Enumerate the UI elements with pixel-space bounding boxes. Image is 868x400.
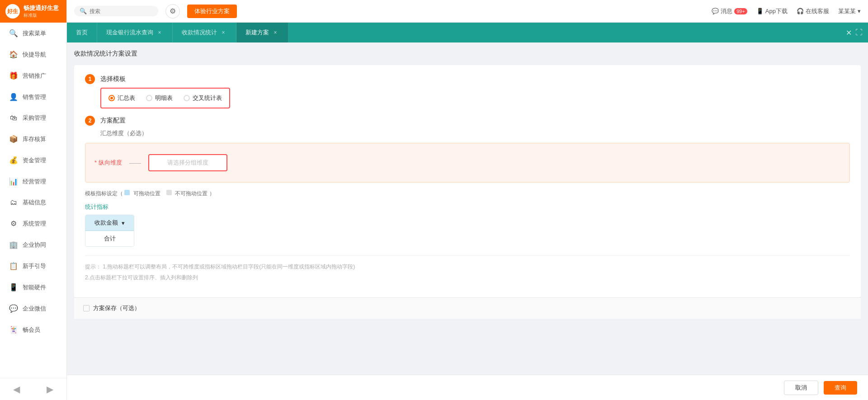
sidebar-item-member[interactable]: 🃏畅会员 xyxy=(0,319,66,340)
template-options: 汇总表 明细表 交叉统计表 xyxy=(100,88,230,108)
service-label: 在线客服 xyxy=(806,7,829,15)
radio-summary[interactable]: 汇总表 xyxy=(108,94,135,102)
industry-button[interactable]: 体验行业方案 xyxy=(187,5,237,18)
tab-new[interactable]: 新建方案 × xyxy=(236,23,288,42)
tab-new-label: 新建方案 xyxy=(245,28,269,37)
basic-icon: 🗂 xyxy=(9,198,18,207)
sidebar-item-label-hardware: 智能硬件 xyxy=(23,283,46,292)
download-item[interactable]: 📱 App下载 xyxy=(756,7,788,15)
tab-bar: 首页 现金银行流水查询 × 收款情况统计 × 新建方案 × ✕ ⛶ xyxy=(67,23,868,42)
sidebar-item-label-basic: 基础信息 xyxy=(23,198,46,207)
sidebar-item-hardware[interactable]: 📱智能硬件 xyxy=(0,277,66,298)
tips-line1: 提示： 1.拖动标题栏可以调整布局，不可跨维度或指标区域拖动栏目字段(只能在同一… xyxy=(85,261,850,272)
purchase-icon: 🛍 xyxy=(9,114,18,122)
finance-icon: 💰 xyxy=(9,156,18,165)
tabs-controls: ✕ ⛶ xyxy=(840,23,868,42)
save-label: 方案保存（可选） xyxy=(93,304,140,312)
radio-summary-label: 汇总表 xyxy=(118,94,135,102)
sidebar-item-marketing[interactable]: 🎁营销推广 xyxy=(0,65,66,86)
tab-bank-close[interactable]: × xyxy=(156,29,163,36)
message-item[interactable]: 💬 消息 99+ xyxy=(712,7,747,15)
logo-badge: 标准版 xyxy=(24,12,59,19)
indicator-header-text: 收款金额 xyxy=(94,219,118,227)
wechat-icon: 💬 xyxy=(9,304,18,313)
save-checkbox[interactable] xyxy=(83,305,90,311)
indicator-header[interactable]: 收款金额 ▾ xyxy=(85,215,134,231)
chevron-down-indicator-icon[interactable]: ▾ xyxy=(122,220,125,226)
content-area: 收款情况统计方案设置 1 选择模板 汇总表 明细表 交叉统计表 xyxy=(67,42,868,375)
system-icon: ⚙ xyxy=(9,219,18,228)
sidebar-item-label-finance: 资金管理 xyxy=(23,156,46,165)
sidebar-item-nav[interactable]: 🏠快捷导航 xyxy=(0,44,66,65)
sidebar-item-label-guide: 新手引导 xyxy=(23,262,46,270)
step1-label: 选择模板 xyxy=(100,75,126,83)
sidebar-item-inventory[interactable]: 📦库存核算 xyxy=(0,128,66,150)
sidebar-item-wechat[interactable]: 💬企业微信 xyxy=(0,298,66,319)
step1-row: 1 选择模板 xyxy=(85,74,850,84)
tab-receipt[interactable]: 收款情况统计 × xyxy=(173,23,236,42)
tab-close-all-icon[interactable]: ✕ xyxy=(846,28,852,37)
tab-receipt-close[interactable]: × xyxy=(220,29,227,36)
radio-cross[interactable]: 交叉统计表 xyxy=(184,94,222,102)
sidebar-item-operation[interactable]: 📊经营管理 xyxy=(0,171,66,192)
sidebar-item-sales[interactable]: 👤销售管理 xyxy=(0,86,66,108)
indicator-title: 统计指标 xyxy=(85,203,850,211)
search-icon: 🔍 xyxy=(9,29,18,38)
sidebar-item-finance[interactable]: 💰资金管理 xyxy=(0,150,66,171)
search-input[interactable] xyxy=(90,8,153,14)
indicator-legend: 模板指标设定（ 可拖动位置 不可拖动位置 ） xyxy=(85,190,850,198)
header: 🔍 ⚙ 体验行业方案 💬 消息 99+ 📱 App下载 🎧 在线客服 某某某 xyxy=(67,0,868,23)
message-badge: 99+ xyxy=(734,8,747,14)
radio-summary-dot[interactable] xyxy=(108,95,115,101)
member-icon: 🃏 xyxy=(9,325,18,334)
download-icon: 📱 xyxy=(756,8,764,14)
main-card: 1 选择模板 汇总表 明细表 交叉统计表 2 xyxy=(74,65,861,297)
main-area: 🔍 ⚙ 体验行业方案 💬 消息 99+ 📱 App下载 🎧 在线客服 某某某 xyxy=(67,0,868,400)
inventory-icon: 📦 xyxy=(9,135,18,143)
sidebar-item-label-member: 畅会员 xyxy=(23,326,40,334)
sales-icon: 👤 xyxy=(9,93,18,101)
fixed-legend-label: 不可拖动位置 xyxy=(175,190,208,197)
dimension-row: * 纵向维度 —— 请选择分组维度 xyxy=(94,154,840,171)
user-item[interactable]: 某某某 ▾ xyxy=(838,7,861,15)
message-label: 消息 xyxy=(721,7,732,15)
fixed-legend-dot xyxy=(166,190,172,195)
logo-icon: 好生 xyxy=(5,4,20,19)
dimension-selector[interactable]: 请选择分组维度 xyxy=(148,154,227,171)
header-left: 🔍 ⚙ 体验行业方案 xyxy=(74,4,237,19)
sidebar-item-corp[interactable]: 🏢企业协同 xyxy=(0,234,66,255)
cancel-button[interactable]: 取消 xyxy=(784,381,818,395)
sidebar-item-guide[interactable]: 📋新手引导 xyxy=(0,255,66,277)
radio-cross-dot[interactable] xyxy=(184,95,190,101)
sidebar-item-label-wechat: 企业微信 xyxy=(23,305,46,313)
query-button[interactable]: 查询 xyxy=(824,381,857,395)
sidebar-item-label-inventory: 库存核算 xyxy=(23,135,46,143)
sidebar-prev-btn[interactable]: ◀ xyxy=(0,378,33,400)
sidebar-logo: 好生 畅捷通好生意 标准版 xyxy=(0,0,66,23)
service-item[interactable]: 🎧 在线客服 xyxy=(797,7,829,15)
header-right: 💬 消息 99+ 📱 App下载 🎧 在线客服 某某某 ▾ xyxy=(712,7,861,15)
radio-detail[interactable]: 明细表 xyxy=(146,94,173,102)
radio-detail-dot[interactable] xyxy=(146,95,152,101)
radio-cross-label: 交叉统计表 xyxy=(193,94,222,102)
tab-bank[interactable]: 现金银行流水查询 × xyxy=(97,23,173,42)
settings-button[interactable]: ⚙ xyxy=(165,4,180,19)
dimension-label: * 纵向维度 xyxy=(94,159,122,167)
sidebar-item-basic[interactable]: 🗂基础信息 xyxy=(0,192,66,213)
marketing-icon: 🎁 xyxy=(9,71,18,80)
sidebar-next-btn[interactable]: ▶ xyxy=(33,378,67,400)
hardware-icon: 📱 xyxy=(9,283,18,292)
sidebar-item-label-system: 系统管理 xyxy=(23,220,46,228)
tab-home[interactable]: 首页 xyxy=(67,23,97,42)
movable-legend-label: 可拖动位置 xyxy=(133,190,160,197)
tabs-spacer xyxy=(288,23,840,42)
tab-expand-icon[interactable]: ⛶ xyxy=(855,28,863,37)
tips-line2: 2.点击标题栏下拉可设置排序、插入列和删除列 xyxy=(85,272,850,283)
sidebar-item-purchase[interactable]: 🛍采购管理 xyxy=(0,108,66,128)
sidebar-item-search[interactable]: 🔍搜索菜单 xyxy=(0,23,66,44)
sidebar-item-system[interactable]: ⚙系统管理 xyxy=(0,213,66,234)
dimension-arrow: —— xyxy=(129,160,141,166)
indicator-section-label: 模板指标设定（ xyxy=(85,190,123,197)
message-icon: 💬 xyxy=(712,8,719,14)
tab-new-close[interactable]: × xyxy=(272,29,279,36)
